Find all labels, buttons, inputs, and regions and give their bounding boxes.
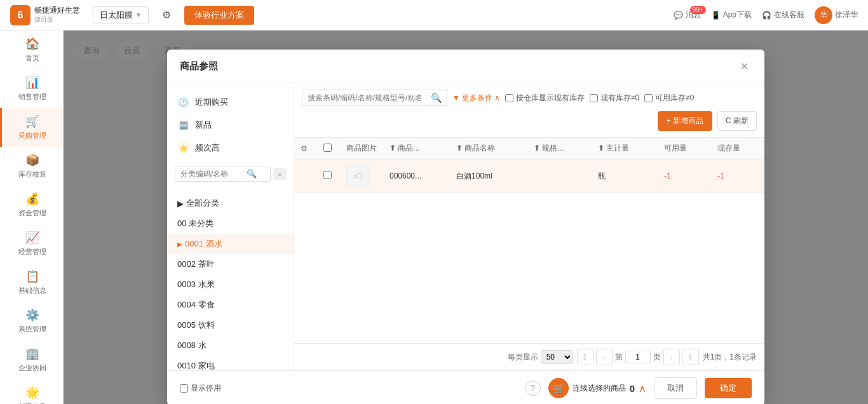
app-download-item[interactable]: 📱 App下载 <box>711 10 752 20</box>
trial-button[interactable]: 体验行业方案 <box>184 6 254 25</box>
show-disabled-label: 显示停用 <box>191 383 221 394</box>
online-service-item[interactable]: 🎧 在线客服 <box>762 10 804 20</box>
help-button[interactable]: ? <box>526 380 541 396</box>
cart-count: 0 <box>630 383 635 394</box>
sidebar-item-finance[interactable]: 💰 资金管理 <box>0 185 63 224</box>
stock-nonzero-checkbox-item[interactable]: 现有库存≠0 <box>590 93 639 104</box>
cart-area[interactable]: 🛒 连续选择的商品 0 ∧ <box>548 378 646 398</box>
cart-icon: 🛒 <box>548 378 569 398</box>
name-col-header[interactable]: ⬆ 商品名称 <box>450 138 527 159</box>
logo-area: 6 畅捷通好生意 捷目版 <box>10 5 80 25</box>
per-page-dropdown[interactable]: 50 20 100 <box>541 350 573 364</box>
page-input[interactable] <box>625 351 651 363</box>
new-products-item[interactable]: 🆕 新品 <box>167 114 294 137</box>
sidebar-label-enterprise: 企业协同 <box>18 363 46 373</box>
category-0002[interactable]: 0002 茶叶 <box>167 254 294 274</box>
sidebar-item-home[interactable]: 🏠 首页 <box>0 30 63 69</box>
row-checkbox[interactable] <box>323 171 332 179</box>
table-row[interactable]: 🏷 000600... 白酒100ml 瓶 -1 -1 <box>294 159 764 193</box>
available-nonzero-checkbox[interactable] <box>644 94 653 102</box>
category-0004[interactable]: 0004 零食 <box>167 295 294 315</box>
spec-col-header[interactable]: ⬆ 规格... <box>527 138 592 159</box>
warehouse-checkbox-item[interactable]: 按仓库显示现有库存 <box>505 93 585 104</box>
app-download-label: App下载 <box>723 10 752 20</box>
modal-close-button[interactable]: ✕ <box>736 58 752 74</box>
product-search-icon[interactable]: 🔍 <box>431 93 442 103</box>
row-stock: -1 <box>711 159 764 193</box>
add-product-button[interactable]: + 新增商品 <box>658 111 712 131</box>
user-initials: 华 <box>820 10 827 20</box>
sidebar-item-purchase[interactable]: 🛒 采购管理 <box>0 108 63 147</box>
select-all-checkbox[interactable] <box>323 144 332 152</box>
user-item[interactable]: 华 徐泽华 <box>815 6 858 24</box>
recent-label: 近期购买 <box>195 97 228 108</box>
cat-0001-arrow: ▶ <box>177 241 182 248</box>
freq-icon: ⭐ <box>177 142 190 154</box>
category-00[interactable]: 00 未分类 <box>167 213 294 234</box>
all-category-label: 全部分类 <box>186 198 219 209</box>
sidebar-item-basic[interactable]: 📋 基础信息 <box>0 263 63 302</box>
page-total: 共1页，1条记录 <box>703 352 757 363</box>
sidebar-item-sales[interactable]: 📊 销售管理 <box>0 69 63 108</box>
category-list: ▶ 全部分类 00 未分类 ▶ 0001 酒水 0002 茶 <box>167 191 294 370</box>
more-filters-button[interactable]: ▼ 更多条件 ∧ <box>452 93 500 104</box>
modal-footer: 显示停用 ? 🛒 连续选择的商品 0 ∧ 取消 确定 <box>167 370 764 404</box>
stock-nonzero-checkbox[interactable] <box>590 94 598 102</box>
modal-left-panel: 🕐 近期购买 🆕 新品 ⭐ 频次高 <box>167 83 294 370</box>
table-header-row: ⚙ 商品图片 ⬆ 商品... ⬆ 商品名称 <box>294 138 764 159</box>
cancel-button[interactable]: 取消 <box>654 377 697 399</box>
cart-label: 连续选择的商品 <box>573 383 626 394</box>
first-page-button[interactable]: ⟪ <box>577 349 593 365</box>
recent-icon: 🕐 <box>177 96 190 109</box>
sidebar-item-operation[interactable]: 📈 经营管理 <box>0 224 63 263</box>
footer-right: ? 🛒 连续选择的商品 0 ∧ 取消 确定 <box>526 377 752 399</box>
next-page-button[interactable]: › <box>663 349 680 365</box>
page-word: 第 <box>615 352 623 363</box>
sidebar-item-system[interactable]: ⚙️ 系统管理 <box>0 302 63 340</box>
image-col-header: 商品图片 <box>340 138 383 159</box>
logo-sub: 捷目版 <box>34 15 80 24</box>
sidebar-label-operation: 经营管理 <box>18 247 46 257</box>
spec-col-label: ⬆ 规格... <box>534 144 564 152</box>
cat-0003-label: 0003 水果 <box>177 279 215 290</box>
category-0008[interactable]: 0008 水 <box>167 335 294 356</box>
product-search-input[interactable] <box>308 93 428 102</box>
filter-arrow: ∧ <box>494 93 500 102</box>
category-search-area: 🔍 <box>175 166 271 182</box>
messages-item[interactable]: 💬 消息 99+ <box>674 10 701 20</box>
cart-collapse-icon[interactable]: ∧ <box>639 382 646 394</box>
confirm-button[interactable]: 确定 <box>705 378 752 398</box>
nav-select[interactable]: 日太阳膜 ▼ <box>93 6 149 24</box>
category-search-icon[interactable]: 🔍 <box>247 169 257 178</box>
code-col-header[interactable]: ⬆ 商品... <box>383 138 450 159</box>
category-0003[interactable]: 0003 水果 <box>167 274 294 295</box>
unit-col-header[interactable]: ⬆ 主计量 <box>592 138 658 159</box>
sidebar-item-guide[interactable]: 🌟 新手引导 <box>0 379 63 404</box>
page-navigation: ⟪ ‹ 第 页 › ⟫ <box>577 349 699 365</box>
operation-icon: 📈 <box>25 231 39 245</box>
show-disabled-checkbox-item[interactable]: 显示停用 <box>180 383 221 394</box>
refresh-button[interactable]: C 刷新 <box>717 111 757 131</box>
headset-icon: 🎧 <box>762 11 771 20</box>
category-0005[interactable]: 0005 饮料 <box>167 315 294 335</box>
category-all[interactable]: ▶ 全部分类 <box>167 193 294 213</box>
category-0010[interactable]: 0010 家电 <box>167 356 294 370</box>
per-page-label: 每页显示 <box>508 352 538 363</box>
sidebar-item-inventory[interactable]: 📦 库存核算 <box>0 147 63 185</box>
nav-label: 日太阳膜 <box>100 10 133 21</box>
recent-purchases-item[interactable]: 🕐 近期购买 <box>167 91 294 114</box>
last-page-button[interactable]: ⟫ <box>682 349 699 365</box>
category-0001[interactable]: ▶ 0001 酒水 <box>167 234 294 254</box>
panel-collapse-button[interactable]: « <box>273 168 286 180</box>
available-nonzero-checkbox-item[interactable]: 可用库存≠0 <box>644 93 694 104</box>
frequent-item[interactable]: ⭐ 频次高 <box>167 137 294 159</box>
show-disabled-checkbox[interactable] <box>180 384 188 393</box>
prev-page-button[interactable]: ‹ <box>596 349 613 365</box>
quick-filters-section: 🕐 近期购买 🆕 新品 ⭐ 频次高 <box>167 88 294 162</box>
nav-arrow-icon: ▼ <box>135 11 142 18</box>
user-name: 徐泽华 <box>835 10 858 20</box>
category-search-input[interactable] <box>180 170 244 178</box>
sidebar-item-enterprise[interactable]: 🏢 企业协同 <box>0 340 63 379</box>
settings-icon[interactable]: ⚙ <box>156 5 177 25</box>
warehouse-checkbox[interactable] <box>505 94 513 102</box>
